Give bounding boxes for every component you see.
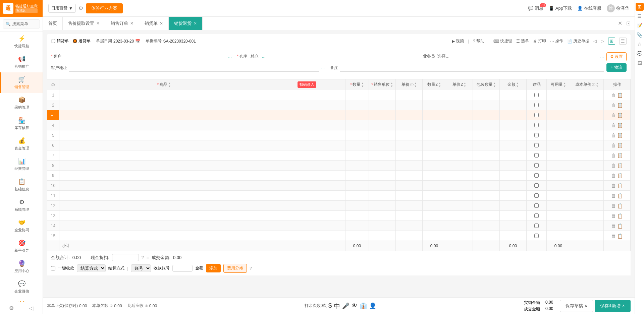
gift-cb-8[interactable] [534,163,539,168]
tab-close-3[interactable]: ✕ [160,21,163,26]
row-goods-11[interactable] [59,191,269,201]
row-goods-13[interactable] [59,211,269,221]
row-goods-15[interactable] [59,231,269,241]
row-delete-4[interactable]: 🗑 [611,123,616,128]
sidebar-collapse-button[interactable]: ◁ [23,305,40,311]
staff-input[interactable] [437,52,598,60]
sidebar-item-inventory[interactable]: 🏪库存核算 [0,113,43,134]
row-goods-12[interactable] [59,201,269,211]
row-goods-10[interactable] [59,181,269,191]
zhong-icon-button[interactable]: 中 [334,302,340,310]
shirt-icon-button[interactable]: 👔 [360,302,367,310]
tab-4[interactable]: 销货退货✕ [169,17,203,30]
gift-cb-12[interactable] [534,203,539,208]
person-icon-button[interactable]: 👤 [369,302,376,310]
discount-input[interactable] [112,254,139,261]
save-new-button[interactable]: 保存&新增 ∧ [595,300,631,312]
row-goods-14[interactable] [59,221,269,231]
row-delete-14[interactable]: 🗑 [611,223,616,229]
row-delete-5[interactable]: 🗑 [611,133,616,138]
add-payment-button[interactable]: 添加 [206,264,221,272]
gift-cb-6[interactable] [534,143,539,147]
help-action[interactable]: ?帮助 [473,38,484,44]
customer-select-btn[interactable]: ... [228,54,232,59]
row-goods-9[interactable] [59,171,269,181]
row-delete-3[interactable]: 🗑 [611,113,616,118]
return-radio[interactable]: 退货单 [73,38,91,44]
row-copy-11[interactable]: 📋 [617,193,623,198]
sidebar-settings-button[interactable]: ⚙ [3,305,20,311]
pay-amount-input[interactable] [172,265,193,272]
prev-record-button[interactable]: ◁ [593,39,597,44]
row-copy-12[interactable]: 📋 [617,203,623,208]
table-settings-icon[interactable]: ⚙ [51,82,55,87]
row-delete-6[interactable]: 🗑 [611,143,616,148]
message-button[interactable]: 💬 消息 70 [528,5,543,11]
discount-help-icon[interactable]: ? [142,255,144,260]
gift-cb-4[interactable] [534,123,539,127]
maximize-tab-button[interactable]: ⊡ [625,19,632,28]
sidebar-item-basic[interactable]: 📋基础信息 [0,175,43,195]
row-copy-5[interactable]: 📋 [617,133,623,138]
row-goods-2[interactable] [59,100,269,110]
operate-action[interactable]: ⋯操作 [550,38,563,44]
row-copy-2[interactable]: 📋 [617,103,623,108]
sidebar-item-collab[interactable]: 🤝企业协同 [0,215,43,236]
right-sidebar-note-btn[interactable]: 📝 [636,21,644,29]
user-menu[interactable]: 徐 徐泽华 [607,4,629,12]
gift-cb-3[interactable] [534,113,539,117]
tab-close-1[interactable]: ✕ [96,21,100,26]
sidebar-item-finance[interactable]: 💰资金管理 [0,134,43,154]
list-view-button[interactable]: ☰ [619,38,627,45]
row-delete-12[interactable]: 🗑 [611,203,616,208]
right-sidebar-list-btn[interactable]: ☰ [636,12,644,20]
row-goods-6[interactable] [59,140,269,150]
row-delete-7[interactable]: 🗑 [611,153,616,158]
logistics-button[interactable]: + 物流 [606,63,627,72]
right-sidebar-clip-btn[interactable]: 📎 [636,31,644,39]
close-tab-button[interactable]: ✕ [616,19,624,28]
right-sidebar-grid-btn[interactable]: ⊞ [636,3,644,11]
row-goods-4[interactable] [59,120,269,130]
address-input[interactable] [69,64,319,72]
gift-cb-15[interactable] [534,234,539,238]
remark-input[interactable] [340,64,604,72]
sale-radio[interactable]: 销货单 [51,38,69,44]
staff-select-btn[interactable]: ... [600,54,604,59]
tab-close-4[interactable]: ✕ [194,21,197,26]
row-copy-3[interactable]: 📋 [617,113,623,118]
split-cost-button[interactable]: 费用分摊 [223,264,247,273]
row-copy-4[interactable]: 📋 [617,123,623,128]
sidebar-item-shortcuts[interactable]: ⚡快捷导航 [0,32,43,52]
row-goods-3[interactable] [59,110,269,120]
row-delete-8[interactable]: 🗑 [611,163,616,168]
row-copy-8[interactable]: 📋 [617,163,623,168]
eye-icon-button[interactable]: 👁 [352,302,358,309]
tab-close-2[interactable]: ✕ [130,21,133,26]
address-select-btn[interactable]: ... [321,65,325,70]
next-record-button[interactable]: ▷ [601,39,604,44]
sidebar-item-marketing[interactable]: 📢营销推广 [0,52,43,72]
row-copy-6[interactable]: 📋 [617,143,623,148]
select-action[interactable]: ☰选单 [516,38,529,44]
customer-input[interactable] [63,52,226,60]
row-delete-15[interactable]: 🗑 [611,233,616,239]
grid-view-button[interactable]: ⊞ [608,38,615,45]
row-goods-7[interactable] [59,150,269,161]
row-delete-2[interactable]: 🗑 [611,103,616,108]
row-delete-13[interactable]: 🗑 [611,213,616,218]
row-copy-15[interactable]: 📋 [617,233,623,239]
row-delete-10[interactable]: 🗑 [611,183,616,188]
payment-help-icon[interactable]: ? [250,266,252,271]
row-delete-11[interactable]: 🗑 [611,193,616,198]
gift-cb-10[interactable] [534,183,539,188]
sidebar-item-sales[interactable]: 🛒销售管理 [0,72,43,93]
gift-cb-9[interactable] [534,173,539,178]
search-menu-button[interactable]: 🔍 搜索菜单 [3,19,40,28]
warehouse-select-btn[interactable]: ... [262,54,265,59]
add-row-button[interactable]: + [49,112,55,119]
gift-cb-13[interactable] [534,213,539,218]
save-draft-button[interactable]: 保存草稿 ∧ [560,300,593,312]
tab-1[interactable]: 售价提取设置✕ [63,17,105,30]
row-goods-5[interactable] [59,130,269,140]
